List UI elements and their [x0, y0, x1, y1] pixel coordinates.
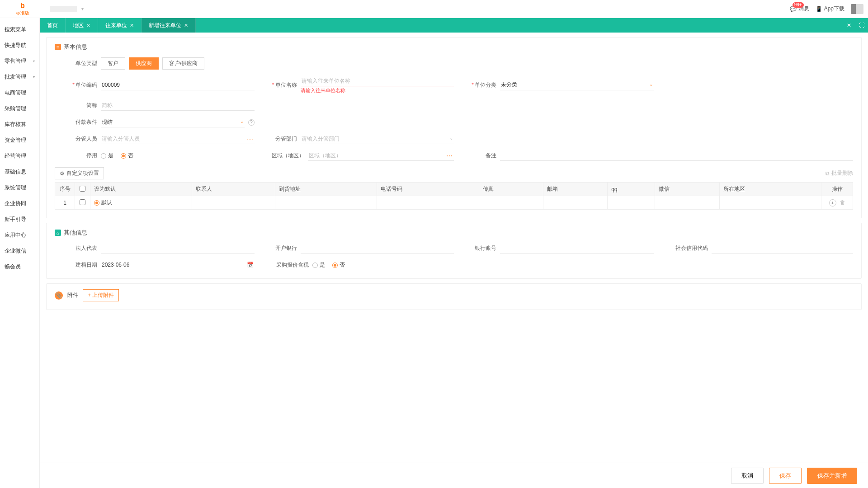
delete-row-button[interactable]: 🗑 — [840, 199, 845, 206]
short-name-label: 简称 — [68, 102, 97, 109]
region-input[interactable] — [308, 150, 454, 161]
table-header: 传真 — [479, 183, 543, 196]
select-all-checkbox[interactable] — [80, 186, 85, 192]
bank-label: 开户银行 — [268, 244, 297, 252]
sidebar: 搜索菜单快捷导航零售管理▾批发管理▾电商管理采购管理库存核算资金管理经营管理基础… — [0, 18, 40, 488]
short-name-input[interactable] — [101, 100, 255, 111]
region-label: 区域（地区） — [268, 152, 304, 160]
copy-icon: ⧉ — [826, 170, 830, 177]
table-header — [75, 183, 90, 196]
sidebar-item-11[interactable]: 企业协同 — [0, 196, 39, 211]
close-icon[interactable]: ✕ — [130, 23, 134, 28]
chevron-down-icon: ⌄ — [649, 82, 653, 87]
tab-3[interactable]: 新增往来单位✕ — [142, 18, 196, 33]
attachment-label: 附件 — [67, 291, 78, 299]
sidebar-item-1[interactable]: 快捷导航 — [0, 38, 39, 53]
tab-1[interactable]: 地区✕ — [66, 18, 98, 33]
sidebar-item-5[interactable]: 采购管理 — [0, 101, 39, 117]
remark-input[interactable] — [500, 150, 853, 161]
close-all-tabs-button[interactable]: ✕ — [843, 18, 855, 33]
unit-class-select[interactable] — [500, 80, 654, 90]
unit-name-input[interactable] — [301, 76, 454, 86]
chevron-down-icon: ⌄ — [449, 136, 453, 141]
credit-code-input[interactable] — [712, 243, 854, 253]
sidebar-item-12[interactable]: 新手引导 — [0, 211, 39, 227]
avatar[interactable] — [851, 4, 863, 14]
section-icon: ≡ — [55, 44, 61, 50]
quote-tax-label: 采购报价含税 — [268, 261, 309, 269]
more-icon[interactable]: ⋯ — [247, 136, 254, 143]
chevron-down-icon: ▾ — [33, 75, 35, 79]
table-header: 所在地区 — [719, 183, 821, 196]
disabled-yes-radio[interactable]: 是 — [101, 152, 113, 160]
pay-condition-select[interactable] — [101, 117, 245, 127]
company-selector[interactable]: ▾ — [50, 6, 84, 12]
more-icon[interactable]: ⋯ — [446, 152, 453, 160]
unit-name-label: 单位名称 — [268, 81, 297, 89]
upload-attachment-button[interactable]: + 上传附件 — [83, 289, 119, 301]
unit-type-option-1[interactable]: 供应商 — [129, 57, 159, 70]
tab-2[interactable]: 往来单位✕ — [98, 18, 142, 33]
bank-input[interactable] — [301, 243, 454, 253]
close-icon[interactable]: ✕ — [184, 23, 188, 28]
unit-type-option-0[interactable]: 客户 — [101, 57, 125, 70]
chevron-down-icon: ⌄ — [240, 119, 244, 124]
sidebar-item-0[interactable]: 搜索菜单 — [0, 22, 39, 38]
sidebar-item-15[interactable]: 畅会员 — [0, 259, 39, 275]
sidebar-item-13[interactable]: 应用中心 — [0, 227, 39, 243]
table-row: 1 默认 — [55, 196, 853, 210]
create-date-input[interactable] — [101, 260, 255, 270]
quote-tax-no-radio[interactable]: 否 — [332, 261, 345, 269]
tab-bar: 首页地区✕往来单位✕新增往来单位✕ ✕ ⛶ — [40, 18, 868, 33]
table-header: 设为默认 — [90, 183, 192, 196]
sidebar-item-10[interactable]: 系统管理 — [0, 180, 39, 196]
disabled-label: 停用 — [68, 152, 97, 160]
bank-account-label: 银行账号 — [467, 244, 496, 252]
credit-code-label: 社会信用代码 — [667, 244, 708, 252]
custom-fields-button[interactable]: ⚙ 自定义项设置 — [55, 167, 104, 179]
tab-0[interactable]: 首页 — [40, 18, 66, 33]
messages-button[interactable]: 💬 消息 99+ — [790, 5, 809, 13]
table-header: qq — [608, 183, 655, 196]
quote-tax-yes-radio[interactable]: 是 — [312, 261, 325, 269]
sidebar-item-3[interactable]: 批发管理▾ — [0, 69, 39, 85]
messages-badge: 99+ — [793, 2, 804, 8]
add-row-button[interactable]: + — [829, 199, 836, 206]
contacts-table: 序号设为默认联系人到货地址电话号码传真邮箱qq微信所在地区操作 1 默认 — [55, 182, 853, 210]
sidebar-item-2[interactable]: 零售管理▾ — [0, 53, 39, 69]
table-header: 操作 — [821, 183, 853, 196]
app-download-button[interactable]: 📱 App下载 — [816, 5, 844, 13]
logo-icon: b — [20, 2, 25, 10]
save-and-new-button[interactable]: 保存并新增 — [807, 468, 857, 484]
unit-type-option-2[interactable]: 客户/供应商 — [162, 57, 204, 70]
cancel-button[interactable]: 取消 — [731, 468, 764, 484]
row-select-checkbox[interactable] — [80, 199, 85, 205]
mgr-person-label: 分管人员 — [68, 135, 97, 143]
calendar-icon[interactable]: 📅 — [247, 262, 254, 268]
sidebar-item-6[interactable]: 库存核算 — [0, 117, 39, 132]
table-header: 邮箱 — [543, 183, 608, 196]
close-icon[interactable]: ✕ — [86, 23, 90, 28]
sidebar-item-8[interactable]: 经营管理 — [0, 148, 39, 164]
table-header: 序号 — [55, 183, 75, 196]
set-default-radio[interactable]: 默认 — [94, 199, 112, 206]
mgr-dept-select[interactable] — [301, 134, 454, 144]
sidebar-item-4[interactable]: 电商管理 — [0, 85, 39, 101]
legal-rep-input[interactable] — [101, 243, 255, 253]
sidebar-item-14[interactable]: 企业微信 — [0, 243, 39, 259]
section-icon: ⌂ — [55, 230, 61, 236]
table-header: 到货地址 — [275, 183, 377, 196]
sidebar-item-7[interactable]: 资金管理 — [0, 132, 39, 148]
gear-icon: ⚙ — [60, 170, 65, 177]
fullscreen-button[interactable]: ⛶ — [855, 18, 868, 33]
unit-type-label: 单位类型 — [68, 60, 97, 67]
bank-account-input[interactable] — [500, 243, 654, 253]
disabled-no-radio[interactable]: 否 — [121, 152, 133, 160]
unit-code-label: 单位编码 — [68, 81, 97, 89]
unit-code-input[interactable] — [101, 80, 255, 90]
sidebar-item-9[interactable]: 基础信息 — [0, 164, 39, 180]
mgr-person-input[interactable] — [101, 134, 255, 144]
help-icon[interactable]: ? — [248, 119, 255, 126]
save-button[interactable]: 保存 — [769, 468, 802, 484]
batch-delete-button[interactable]: ⧉ 批量删除 — [826, 169, 853, 177]
